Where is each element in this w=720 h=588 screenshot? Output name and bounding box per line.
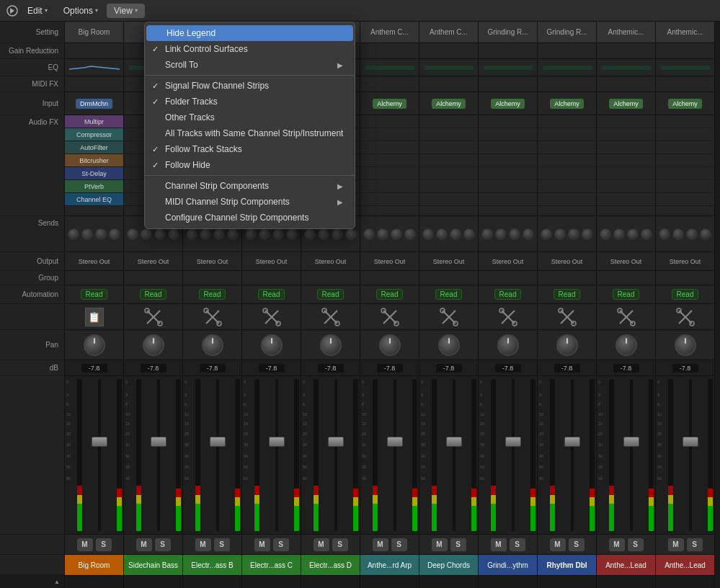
menu-options[interactable]: Options ▾	[56, 4, 105, 18]
ch-pan-sidechain-bass[interactable]	[124, 330, 182, 360]
ch-eq-anthemic-lead2[interactable]	[656, 59, 714, 76]
fx-slot-empty-grinding-r1-4[interactable]	[479, 167, 537, 180]
fx-slot-empty-grinding-r2-3[interactable]	[538, 154, 596, 167]
ch-output-sidechain-bass[interactable]: Stereo Out	[124, 252, 182, 271]
send-knob-grinding-r1-0[interactable]	[481, 228, 493, 240]
channel-name-electr-bass-c[interactable]: Electr...ass C	[242, 555, 301, 575]
fader-thumb-grinding-r1[interactable]	[505, 437, 521, 447]
mute-button-big-room[interactable]: M	[77, 538, 93, 551]
menu-follow-hide[interactable]: ✓ Follow Hide	[145, 157, 355, 173]
fx-slot-empty-grinding-r2-5[interactable]	[538, 180, 596, 193]
ch-pan-big-room[interactable]	[65, 330, 123, 360]
fx-slot-empty-deep-chords-5[interactable]	[419, 180, 478, 193]
send-knob-sidechain-bass-0[interactable]	[127, 228, 138, 240]
ch-setting-deep-chords[interactable]: Anthem C...	[419, 22, 478, 43]
db-input-electr-bass-b[interactable]	[200, 364, 226, 373]
ch-input-anthemic-lead[interactable]: Alchemy	[597, 92, 655, 115]
channel-name-anthemic-lead[interactable]: Anthe...Lead	[597, 555, 655, 575]
solo-button-grinding-r2[interactable]: S	[569, 538, 585, 551]
fx-slot-empty-grinding-r1-0[interactable]	[479, 115, 537, 128]
automation-btn-grinding-r1[interactable]: Read	[494, 289, 522, 300]
menu-edit[interactable]: Edit ▾	[20, 4, 55, 18]
fx-slot-empty-deep-chords-0[interactable]	[419, 115, 478, 128]
ch-output-big-room[interactable]: Stereo Out	[65, 252, 123, 271]
automation-btn-electr-bass-c[interactable]: Read	[258, 289, 285, 300]
fx-slot-empty-grinding-r1-3[interactable]	[479, 154, 537, 167]
fx-slot-empty-anthemic-lead2-4[interactable]	[656, 167, 714, 180]
ch-input-deep-chords[interactable]: Alchemy	[419, 92, 478, 115]
send-knob-anthemic-lead-1[interactable]	[613, 228, 625, 240]
ch-automation-sidechain-bass[interactable]: Read	[124, 285, 182, 304]
fx-slot-empty-anthemic-lead2-1[interactable]	[656, 128, 714, 141]
mute-button-electr-bass-b[interactable]: M	[195, 538, 211, 551]
menu-signal-flow[interactable]: ✓ Signal Flow Channel Strips	[145, 78, 355, 94]
ch-eq-grinding-r2[interactable]	[538, 59, 596, 76]
fx-slot-empty-anthem-arp-6[interactable]	[360, 193, 419, 206]
ch-automation-electr-bass-b[interactable]: Read	[183, 285, 241, 304]
fader-thumb-big-room[interactable]	[92, 437, 107, 447]
send-knob-grinding-r1-1[interactable]	[495, 228, 507, 240]
ch-automation-grinding-r1[interactable]: Read	[479, 285, 537, 304]
ch-pan-deep-chords[interactable]	[419, 330, 478, 360]
send-knob-sidechain-bass-1[interactable]	[141, 228, 152, 240]
pan-knob-electr-bass-b[interactable]	[202, 334, 223, 356]
menu-configure-channel-strip-components[interactable]: Configure Channel Strip Components	[145, 210, 355, 226]
send-knob-anthemic-lead-3[interactable]	[641, 228, 652, 240]
send-knob-sidechain-bass-2[interactable]	[154, 228, 166, 240]
send-knob-anthem-arp-2[interactable]	[391, 228, 402, 240]
send-knob-anthemic-lead2-1[interactable]	[672, 228, 684, 240]
fx-slot-big-room-4[interactable]: St-Delay	[65, 167, 123, 180]
send-knob-anthemic-lead2-0[interactable]	[659, 228, 670, 240]
ch-automation-electr-bass-d[interactable]: Read	[301, 285, 360, 304]
solo-button-electr-bass-b[interactable]: S	[214, 538, 230, 551]
fx-slot-empty-anthemic-lead2-2[interactable]	[656, 141, 714, 154]
ch-automation-anthem-arp[interactable]: Read	[360, 285, 419, 304]
pan-knob-electr-bass-d[interactable]	[320, 334, 342, 356]
send-knob-grinding-r1-3[interactable]	[523, 228, 534, 240]
fx-slot-empty-deep-chords-4[interactable]	[419, 167, 478, 180]
send-knob-grinding-r2-3[interactable]	[582, 228, 593, 240]
solo-button-electr-bass-c[interactable]: S	[273, 538, 289, 551]
send-knob-electr-bass-b-1[interactable]	[200, 228, 211, 240]
send-knob-grinding-r2-1[interactable]	[554, 228, 566, 240]
fx-slot-empty-anthemic-lead-0[interactable]	[597, 115, 655, 128]
ch-eq-grinding-r1[interactable]	[479, 59, 537, 76]
menu-folder-tracks[interactable]: ✓ Folder Tracks	[145, 94, 355, 110]
ch-output-deep-chords[interactable]: Stereo Out	[419, 252, 478, 271]
send-knob-grinding-r2-2[interactable]	[568, 228, 579, 240]
pan-knob-anthemic-lead2[interactable]	[675, 334, 696, 356]
mute-button-deep-chords[interactable]: M	[432, 538, 448, 551]
mute-button-sidechain-bass[interactable]: M	[136, 538, 152, 551]
ch-automation-electr-bass-c[interactable]: Read	[242, 285, 301, 304]
ch-output-electr-bass-d[interactable]: Stereo Out	[301, 252, 360, 271]
send-knob-deep-chords-1[interactable]	[436, 228, 448, 240]
fx-slot-big-room-3[interactable]: Bitcrusher	[65, 154, 123, 167]
mute-button-grinding-r1[interactable]: M	[491, 538, 507, 551]
channel-name-grinding-r1[interactable]: Grindi...ythm	[479, 555, 537, 575]
ch-eq-anthemic-lead[interactable]	[597, 59, 655, 76]
fx-slot-empty-anthemic-lead-5[interactable]	[597, 180, 655, 193]
fx-slot-empty-anthem-arp-3[interactable]	[360, 154, 419, 167]
ch-input-grinding-r2[interactable]: Alchemy	[538, 92, 596, 115]
fx-slot-empty-grinding-r1-6[interactable]	[479, 193, 537, 206]
ch-automation-grinding-r2[interactable]: Read	[538, 285, 596, 304]
pan-knob-sidechain-bass[interactable]	[143, 334, 164, 356]
send-knob-big-room-0[interactable]	[68, 228, 79, 240]
fader-thumb-sidechain-bass[interactable]	[151, 437, 166, 447]
automation-btn-big-room[interactable]: Read	[81, 289, 108, 300]
solo-button-anthemic-lead[interactable]: S	[628, 538, 644, 551]
send-knob-electr-bass-d-1[interactable]	[318, 228, 329, 240]
ch-automation-big-room[interactable]: Read	[65, 285, 123, 304]
send-knob-anthemic-lead-0[interactable]	[600, 228, 611, 240]
solo-button-anthem-arp[interactable]: S	[391, 538, 407, 551]
send-knob-grinding-r1-2[interactable]	[509, 228, 520, 240]
fx-slot-big-room-2[interactable]: AutoFilter	[65, 141, 123, 154]
send-knob-electr-bass-b-0[interactable]	[186, 228, 197, 240]
send-knob-anthem-arp-1[interactable]	[377, 228, 388, 240]
menu-view[interactable]: View ▾	[107, 4, 145, 18]
fx-slot-empty-grinding-r2-0[interactable]	[538, 115, 596, 128]
ch-pan-grinding-r1[interactable]	[479, 330, 537, 360]
db-input-anthemic-lead[interactable]	[613, 364, 639, 373]
fader-thumb-anthemic-lead2[interactable]	[683, 437, 698, 447]
send-knob-big-room-3[interactable]	[109, 228, 120, 240]
